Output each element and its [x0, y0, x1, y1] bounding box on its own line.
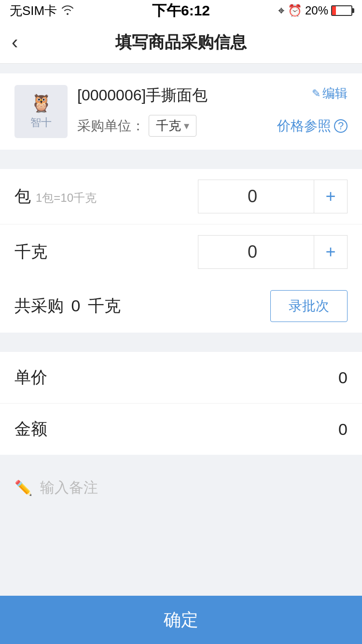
- status-right: ⌖ ⏰ 20%: [278, 4, 352, 17]
- unit-price-label: 单价: [14, 366, 47, 389]
- signal-text: 无SIM卡: [10, 2, 57, 19]
- battery-percent: 20%: [305, 4, 328, 17]
- status-left: 无SIM卡: [10, 2, 74, 19]
- product-name-row: [0000006]手撕面包 ✎ 编辑: [77, 85, 348, 106]
- product-info: [0000006]手撕面包 ✎ 编辑 采购单位： 千克 ▾ 价格参照 ?: [77, 85, 348, 137]
- notes-placeholder: 输入备注: [40, 478, 98, 498]
- bag-label: 包: [14, 185, 31, 208]
- unit-select-dropdown[interactable]: 千克 ▾: [149, 115, 196, 137]
- battery-icon: [331, 5, 352, 16]
- help-circle-icon: ?: [334, 119, 348, 133]
- confirm-button-wrap: 确定: [0, 596, 362, 644]
- kg-input-row: 千克 +: [0, 224, 362, 280]
- price-section: 单价 0 金额 0: [0, 352, 362, 455]
- notes-section[interactable]: ✏️ 输入备注: [0, 464, 362, 511]
- quantity-section: 包 1包=10千克 + 千克 +: [0, 169, 362, 280]
- amount-row: 金额 0: [0, 404, 362, 455]
- alarm-icon: ⏰: [288, 4, 302, 17]
- amount-value: 0: [338, 420, 348, 439]
- confirm-button[interactable]: 确定: [0, 596, 362, 644]
- product-name: [0000006]手撕面包: [77, 85, 208, 106]
- top-divider: [0, 64, 362, 73]
- bag-sub-label: 1包=10千克: [36, 190, 97, 206]
- edit-button[interactable]: ✎ 编辑: [312, 85, 348, 102]
- edit-icon: ✎: [312, 87, 320, 100]
- product-logo-text: 智十: [30, 115, 52, 130]
- unit-price-value: 0: [338, 368, 348, 387]
- nav-bar: ‹ 填写商品采购信息: [0, 21, 362, 64]
- purchase-unit-row: 采购单位： 千克 ▾ 价格参照 ?: [77, 115, 348, 137]
- pencil-icon: ✏️: [14, 479, 32, 496]
- purchase-unit-label: 采购单位：: [77, 117, 145, 135]
- kg-label: 千克: [14, 241, 47, 263]
- location-icon: ⌖: [278, 4, 285, 17]
- total-label: 共采购 0 千克: [14, 295, 121, 317]
- edit-label: 编辑: [322, 85, 348, 102]
- bag-quantity-input[interactable]: [198, 180, 314, 213]
- section-divider-2: [0, 333, 362, 342]
- section-divider-1: [0, 150, 362, 159]
- bag-input-group[interactable]: +: [198, 180, 348, 213]
- total-row: 共采购 0 千克 录批次: [0, 280, 362, 333]
- unit-selector-group: 采购单位： 千克 ▾: [77, 115, 196, 137]
- product-card: 🦉 智十 [0000006]手撕面包 ✎ 编辑 采购单位： 千克 ▾ 价格参照 …: [0, 73, 362, 150]
- amount-label: 金额: [14, 418, 47, 440]
- dropdown-arrow-icon: ▾: [184, 120, 189, 132]
- batch-record-button[interactable]: 录批次: [270, 290, 348, 322]
- selected-unit-text: 千克: [156, 117, 181, 134]
- product-logo-icon: 🦉: [30, 93, 52, 113]
- kg-plus-button[interactable]: +: [314, 235, 348, 269]
- kg-input-group[interactable]: +: [198, 235, 348, 269]
- kg-quantity-input[interactable]: [198, 235, 314, 269]
- bag-label-group: 包 1包=10千克: [14, 185, 97, 208]
- page-title: 填写商品采购信息: [115, 31, 247, 54]
- bag-plus-button[interactable]: +: [314, 180, 348, 213]
- bag-input-row: 包 1包=10千克 +: [0, 169, 362, 224]
- unit-price-row: 单价 0: [0, 352, 362, 404]
- price-reference-button[interactable]: 价格参照 ?: [277, 117, 348, 135]
- price-ref-label: 价格参照: [277, 117, 331, 135]
- product-thumbnail: 🦉 智十: [14, 85, 68, 138]
- total-amount: 0: [71, 296, 80, 315]
- total-prefix: 共采购: [14, 296, 64, 315]
- status-time: 下午6:12: [152, 1, 210, 21]
- total-unit: 千克: [88, 296, 121, 315]
- back-button[interactable]: ‹: [12, 31, 18, 53]
- status-bar: 无SIM卡 下午6:12 ⌖ ⏰ 20%: [0, 0, 362, 21]
- kg-label-text: 千克: [14, 241, 47, 263]
- wifi-icon: [61, 3, 74, 18]
